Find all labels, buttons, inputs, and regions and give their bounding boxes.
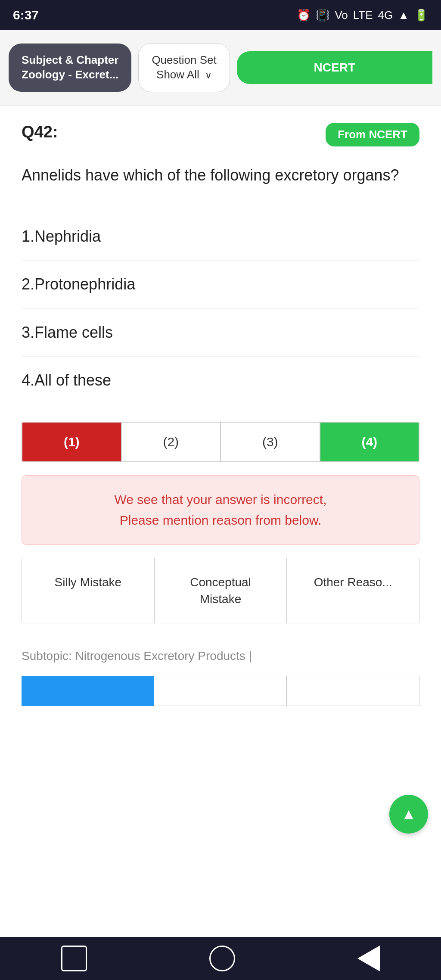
back-nav-btn[interactable] xyxy=(357,946,380,971)
vibrate-icon: 📳 xyxy=(316,9,329,22)
answer-option-4[interactable]: (4) xyxy=(320,423,419,461)
status-time: 6:37 xyxy=(13,8,39,22)
ncert-pill[interactable]: NCERT xyxy=(237,51,432,84)
option-1[interactable]: 1.Nephridia xyxy=(22,213,419,261)
question-set-line2: Show All ∨ xyxy=(152,68,216,82)
scroll-up-button[interactable]: ▲ xyxy=(389,795,428,834)
bottom-actions xyxy=(22,676,419,706)
chevron-down-icon: ∨ xyxy=(205,70,212,81)
subject-chapter-line2: Zoology - Excret... xyxy=(22,68,118,82)
incorrect-message: We see that your answer is incorrect, Pl… xyxy=(22,475,419,545)
ncert-badge: From NCERT xyxy=(326,123,419,146)
bottom-btn-middle[interactable] xyxy=(154,676,287,706)
conceptual-mistake-btn[interactable]: ConceptualMistake xyxy=(155,558,287,623)
option-2[interactable]: 2.Protonephridia xyxy=(22,261,419,308)
subject-chapter-line1: Subject & Chapter xyxy=(22,53,118,68)
subject-chapter-pill[interactable]: Subject & Chapter Zoology - Excret... xyxy=(9,44,131,92)
subtopic-label: Subtopic: xyxy=(22,649,72,663)
option-4[interactable]: 4.All of these xyxy=(22,357,419,404)
square-nav-btn[interactable] xyxy=(61,946,87,971)
incorrect-line2: Please mention reason from below. xyxy=(35,510,406,531)
question-number: Q42: xyxy=(22,123,58,141)
silly-mistake-btn[interactable]: Silly Mistake xyxy=(22,558,155,623)
reason-row: Silly Mistake ConceptualMistake Other Re… xyxy=(22,558,419,623)
answer-option-3[interactable]: (3) xyxy=(221,423,320,461)
question-header: Q42: From NCERT xyxy=(22,123,419,146)
ncert-label: NCERT xyxy=(314,61,355,74)
bottom-btn-left[interactable] xyxy=(22,676,154,706)
subtopic-bar: Subtopic: Nitrogenous Excretory Products… xyxy=(22,636,419,672)
incorrect-line1: We see that your answer is incorrect, xyxy=(35,489,406,510)
question-text: Annelids have which of the following exc… xyxy=(22,164,419,187)
bottom-btn-right[interactable] xyxy=(286,676,419,706)
signal-icon: Vo xyxy=(335,9,348,22)
answer-option-1[interactable]: (1) xyxy=(22,423,122,461)
network-icon: LTE xyxy=(353,9,373,22)
battery-icon: 🔋 xyxy=(414,9,428,22)
answer-selector: (1) (2) (3) (4) xyxy=(22,422,419,462)
question-set-pill[interactable]: Question Set Show All ∨ xyxy=(138,43,230,92)
subtopic-value: Nitrogenous Excretory Products | xyxy=(75,649,252,663)
options-list: 1.Nephridia 2.Protonephridia 3.Flame cel… xyxy=(22,213,419,404)
alarm-icon: ⏰ xyxy=(297,9,311,22)
other-reason-btn[interactable]: Other Reaso... xyxy=(287,558,419,623)
top-nav: Subject & Chapter Zoology - Excret... Qu… xyxy=(0,30,441,106)
answer-option-2[interactable]: (2) xyxy=(122,423,221,461)
home-nav-btn[interactable] xyxy=(209,946,235,971)
question-set-line1: Question Set xyxy=(152,53,216,68)
4g-icon: 4G xyxy=(378,9,393,22)
wifi-strength-icon: ▲ xyxy=(398,9,409,22)
status-icons: ⏰ 📳 Vo LTE 4G ▲ 🔋 xyxy=(297,9,428,22)
option-3[interactable]: 3.Flame cells xyxy=(22,309,419,357)
android-nav-bar xyxy=(0,937,441,980)
main-content: Q42: From NCERT Annelids have which of t… xyxy=(0,106,441,723)
status-bar: 6:37 ⏰ 📳 Vo LTE 4G ▲ 🔋 xyxy=(0,0,441,30)
chevron-up-icon: ▲ xyxy=(401,805,416,823)
